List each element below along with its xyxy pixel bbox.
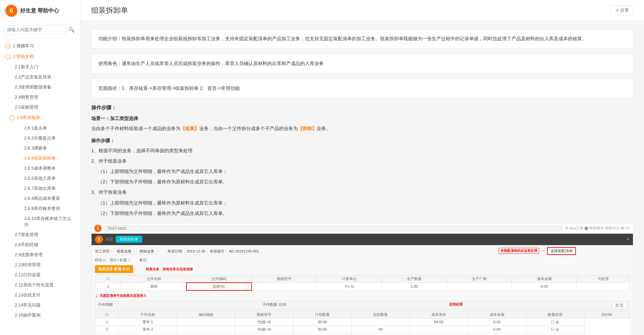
nav-tree: ＋ 1.视频学习 － 2.帮助文档 2.1新手入门 2.2产品安装及登录 2.3…: [0, 38, 80, 335]
sidebar-item-2-13[interactable]: 2.13在线支付: [9, 290, 80, 300]
role-intro-text: 使用角色：通常由生产人员或库管人员完成拆装业务的操作，库管人员确认原材料的出库和…: [98, 61, 324, 66]
ss-col-spec: 规格型号: [252, 275, 317, 283]
inventory-subitems: 2.6.1盘点单 2.6.2分量盘点单 2.6.3调拨单 2.6.4组装拆卸单 …: [9, 123, 80, 230]
scene1-desc: 当由多个子件材料组装成一个成品的业务为【组装】业务，当由一个父件拆分成多个子产品…: [91, 124, 633, 133]
annotation-bom: 有装配清单的在这里处理 → 选择装配清单: [499, 247, 576, 255]
annotation-no-bom-container: ↓ 无固定清单可在组装在这里录入: [95, 293, 630, 299]
sidebar-item-2-6-4[interactable]: 2.6.4组装拆卸单: [19, 153, 80, 163]
sidebar-item-2-6-10[interactable]: 2.6.10库存账本错了怎么办: [19, 214, 80, 230]
sidebar-item-2-15[interactable]: 2.15操作案例: [9, 310, 80, 320]
step-3-2: （2）下部明细为子件明细，最终作为产成品生成其它入库单。: [91, 209, 633, 218]
sidebar-item-2-7[interactable]: 2.7资金管理: [9, 230, 80, 240]
ss-parent-table: ☐ 父件名称 父件编码 规格型号 计量单位 生产数量 生产厂商 成本金额 可处理: [95, 275, 630, 291]
annotation-arrow-1: →: [540, 248, 546, 254]
sidebar-item-2-10[interactable]: 2.10经营管理: [9, 260, 80, 270]
sidebar-item-2-6-1[interactable]: 2.6.1盘点单: [19, 123, 80, 133]
share-button[interactable]: ↗ 分享: [611, 5, 633, 15]
sidebar-item-2-6-7[interactable]: 2.6.7其他出库单: [19, 183, 80, 193]
search-input[interactable]: [4, 25, 67, 34]
screenshot-inner: 6 TEST-H002 ⚙ App工具 ⬤ 帮助帮你 帮助中心 ✿ CC 6 自…: [92, 223, 633, 335]
ss-main-content: 加工类型 : 组装业务 拆卸业务 单据日期 2019-12-26 单据编号 AD…: [92, 245, 633, 335]
step-2: 2、对于组装业务: [91, 157, 633, 165]
ss-date-value[interactable]: 2019-12-26: [184, 248, 208, 254]
search-area: 🔍: [0, 22, 80, 38]
sidebar-item-2-14[interactable]: 2.14常见问题: [9, 300, 80, 310]
table-row: 1 零件 1 代(值÷4) 30.00 89.00 0.00 ☐ 🖨: [95, 318, 630, 326]
sidebar-item-2-3[interactable]: 2.3使用前数据准备: [9, 82, 80, 92]
sidebar-item-2-2[interactable]: 2.2产品安装及登录: [9, 72, 80, 82]
ss-nav-logo: 6: [95, 235, 103, 243]
sidebar-item-2-11[interactable]: 2.11打印设置: [9, 270, 80, 280]
main-content: 组装拆卸单 ↗ 分享 功能介绍：组装拆卸单用来处理企业组装或拆卸等加工业务，支持…: [80, 0, 644, 335]
sidebar-item-2-6-3[interactable]: 2.6.3调拨单: [19, 143, 80, 153]
operation-title: 操作步骤：: [91, 105, 633, 111]
step-3: 3、对于拆装业务: [91, 188, 633, 197]
ss-sub-table: ☐ 子件名称 编码规格 规格型号 计划数量 实际数量 成本单价 成本金额 数量处…: [95, 311, 630, 335]
ss-form-fields: 单据日期 2019-12-26 单据编号 AD-20191226-001: [167, 248, 261, 254]
sidebar-item-2-9[interactable]: 2.9优惠券管理: [9, 250, 80, 260]
sidebar-item-2-6-5[interactable]: 2.6.5成本调整单: [19, 163, 80, 173]
ss-type-selector: 加工类型 : 组装业务 拆卸业务: [95, 248, 157, 255]
sidebar-item-2-6-9[interactable]: 2.6.9库存账本查询: [19, 204, 80, 214]
sidebar-item-2-12[interactable]: 2.12系统个性化设置: [9, 280, 80, 290]
step-3-1: （1）上部明细为父件明细，最终作为原材料生成其它出库单；: [91, 199, 633, 207]
step-1: 1、根据不同的业务，选择不同单据的类型来处理: [91, 147, 633, 155]
sidebar-item-2-6[interactable]: － 2.6库存核算 2.6.1盘点单 2.6.2分量盘点单 2.6.3调拨单 2…: [9, 112, 80, 230]
sidebar-item-video-label: 1.视频学习: [13, 43, 34, 49]
ss-col-mfr: 生产厂商: [447, 275, 512, 283]
sidebar-item-2-1[interactable]: 2.1新手入门: [9, 62, 80, 72]
function-intro-block: 功能介绍：组装拆卸单用来处理企业组装或拆卸等加工业务，支持有固定装配清单的产品加…: [91, 29, 633, 49]
sidebar-item-help-label: 2.帮助文档: [13, 54, 34, 60]
sidebar-item-2-6-2[interactable]: 2.6.2分量盘点单: [19, 133, 80, 143]
share-icon: ↗: [615, 8, 619, 13]
ss-type-btn-disassembly[interactable]: 拆卸业务: [137, 248, 157, 255]
ss-type-btn-assembly[interactable]: 组装业务: [114, 248, 135, 255]
ss-col-avail: 可处理: [577, 275, 630, 283]
ss-col-cost: 成本金额: [512, 275, 577, 283]
path-intro-text: 页面路径：1、库存核算->库存管理->组装拆卸单 2、首页->常用功能: [98, 86, 240, 91]
sidebar-item-2-6-6[interactable]: 2.6.6其他入库单: [19, 173, 80, 183]
ss-enable-btn[interactable]: 启 定: [612, 302, 627, 309]
annotation-no-bom: 无固定清单可在组装在这里录入: [100, 293, 147, 298]
sidebar: 6 好生意 帮助中心 🔍 ＋ 1.视频学习 － 2.帮助文档 2.1新手入门 2…: [0, 0, 80, 335]
app-name: 好生意 帮助中心: [20, 7, 59, 14]
sidebar-item-2-4[interactable]: 2.4销售管理: [9, 92, 80, 102]
app-logo-icon: 6: [5, 5, 17, 17]
sidebar-item-2-5[interactable]: 2.5采购管理: [9, 102, 80, 112]
search-button[interactable]: 🔍: [67, 25, 76, 34]
table-row: 2 零件 2 代(值÷4) 30.00 80 0.00 ☐ 🖨: [95, 326, 630, 333]
ss-col-parent-name: 父件名称: [121, 275, 186, 283]
ss-sub-header: 子件明细 子件数量: 0.00 启用处理 启 定: [95, 301, 630, 310]
plus-icon: ＋: [5, 43, 11, 49]
ss-info-row: 经办人: 张/J / 长度: / 备注:: [95, 258, 630, 263]
path-intro-block: 页面路径：1、库存核算->库存管理->组装拆卸单 2、首页->常用功能: [91, 79, 633, 98]
table-row: 1 茶杯 品牌SC 个(÷1) 1.00 0.00: [95, 283, 630, 290]
ss-col-unit: 计量单位: [317, 275, 382, 283]
sidebar-item-2-6-8[interactable]: 2.6.8商品成本重算: [19, 193, 80, 204]
ss-order-value[interactable]: AD-20191226-001: [226, 248, 261, 254]
ss-bom-select-btn[interactable]: 选择装配清单: [547, 247, 576, 255]
ss-tab-active[interactable]: 组装拆卸单: [116, 236, 142, 243]
ss-col-qty: 生产数量: [382, 275, 447, 283]
sidebar-item-video[interactable]: ＋ 1.视频学习: [0, 41, 80, 51]
table-row: 3: [95, 333, 630, 335]
ss-person-value: 张/J / 长度: /: [110, 258, 130, 263]
step-2-1: （1）上部明细为父件明细，最终作为产成品生成其它入库单；: [91, 167, 633, 176]
main-header: 组装拆卸单 ↗ 分享: [80, 0, 644, 21]
ss-nav-home: 自页: [106, 237, 113, 242]
step-2-2: （2）下部明细为子件明细，最终作为原材料生成其它出库单。: [91, 178, 633, 186]
ss-type-row: 加工类型 : 组装业务 拆卸业务 单据日期 2019-12-26 单据编号 AD…: [95, 248, 630, 255]
sidebar-item-2-8[interactable]: 2.8手机旺铺: [9, 240, 80, 250]
scene1-title: 场景一：加工类型选择: [91, 116, 633, 122]
share-label: 分享: [620, 7, 629, 13]
sidebar-item-help-docs[interactable]: － 2.帮助文档 2.1新手入门 2.2产品安装及登录 2.3使用前数据准备 2…: [0, 51, 80, 320]
content-area: 功能介绍：组装拆卸单用来处理企业组装或拆卸等加工业务，支持有固定装配清单的产品加…: [80, 21, 644, 335]
ss-url-bar: TEST-H002: [104, 225, 562, 231]
annotation-enable: 启用处理: [449, 302, 463, 309]
ss-assembly-header: 组装业务 数量:9.00: [95, 265, 133, 273]
ss-sub-section: 子件明细 子件数量: 0.00 启用处理 启 定 ☐ 子件名称 编码规格: [95, 301, 630, 335]
role-intro-block: 使用角色：通常由生产人员或库管人员完成拆装业务的操作，库管人员确认原材料的出库和…: [91, 54, 633, 73]
function-intro-text: 功能介绍：组装拆卸单用来处理企业组装或拆卸等加工业务，支持有固定装配清单的产品加…: [98, 36, 587, 41]
ss-section-label-container: 组装业务 数量:9.00 组装业务、拆卸业务在这里选择: [95, 265, 630, 273]
ss-date-label: 单据日期: [167, 249, 182, 254]
